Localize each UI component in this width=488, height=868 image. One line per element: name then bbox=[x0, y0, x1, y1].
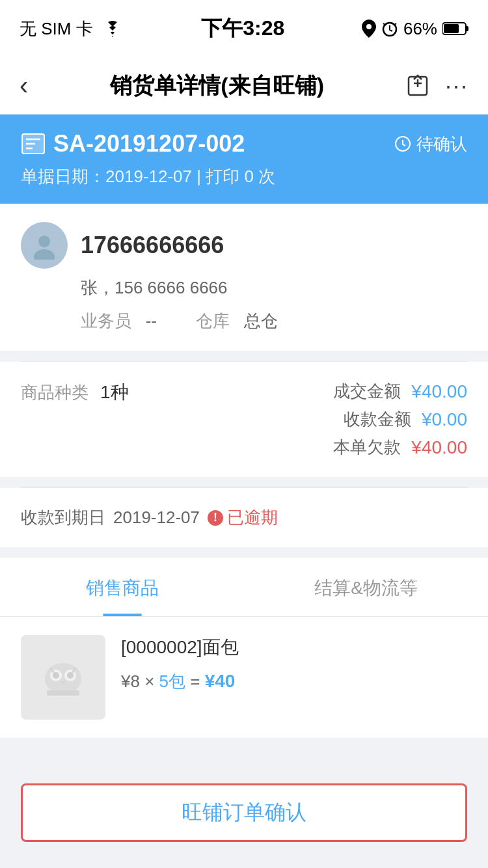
product-name: [0000002]面包 bbox=[121, 635, 467, 660]
back-button[interactable]: ‹ bbox=[20, 71, 28, 100]
battery-icon bbox=[442, 21, 468, 36]
customer-name: 张，156 6666 6666 bbox=[21, 277, 467, 299]
status-bar: 无 SIM 卡 下午3:28 66% bbox=[0, 0, 488, 57]
product-thumb-placeholder bbox=[40, 658, 86, 697]
receipt-val: ¥0.00 bbox=[422, 409, 467, 430]
debt-val: ¥40.00 bbox=[411, 437, 467, 458]
battery-percent: 66% bbox=[403, 19, 437, 39]
order-icon bbox=[21, 133, 46, 155]
svg-rect-3 bbox=[444, 24, 459, 33]
customer-meta: 业务员 -- 仓库 总仓 bbox=[21, 310, 467, 332]
sales-val: -- bbox=[146, 311, 157, 331]
status-time: 下午3:28 bbox=[201, 14, 284, 43]
sales-item: 业务员 -- bbox=[81, 310, 157, 332]
product-kind: 商品种类 1种 bbox=[21, 380, 129, 405]
customer-phone: 17666666666 bbox=[81, 232, 224, 259]
kind-label: 商品种类 bbox=[21, 381, 88, 404]
sales-label: 业务员 bbox=[81, 311, 131, 331]
location-icon bbox=[362, 20, 376, 38]
svg-point-8 bbox=[34, 249, 55, 260]
receipt-label: 收款金额 bbox=[344, 408, 411, 431]
customer-section: 17666666666 张，156 6666 6666 业务员 -- 仓库 总仓 bbox=[0, 204, 488, 351]
avatar bbox=[21, 222, 68, 269]
price-formula: ¥8 × bbox=[121, 671, 159, 691]
svg-rect-14 bbox=[47, 690, 79, 696]
confirm-button-container: 旺铺订单确认 bbox=[0, 770, 488, 868]
product-item: [0000002]面包 ¥8 × 5包 = ¥40 bbox=[0, 617, 488, 738]
order-banner: SA-20191207-002 待确认 单据日期：2019-12-07 | 打印… bbox=[0, 115, 488, 204]
sim-status: 无 SIM 卡 bbox=[20, 18, 93, 40]
amount-val: ¥40.00 bbox=[411, 381, 467, 402]
due-date: 2019-12-07 bbox=[113, 508, 200, 528]
alarm-icon bbox=[381, 20, 398, 38]
order-id: SA-20191207-002 bbox=[21, 130, 245, 157]
confirm-label: 旺铺订单确认 bbox=[182, 798, 306, 827]
total-price: ¥40 bbox=[205, 671, 236, 691]
status-right: 66% bbox=[362, 19, 468, 39]
debt-row: 本单欠款 ¥40.00 bbox=[333, 436, 467, 459]
share-icon[interactable] bbox=[406, 74, 429, 98]
equals: = bbox=[185, 671, 205, 691]
overdue-icon: ! bbox=[208, 510, 223, 526]
amount-label: 成交金额 bbox=[333, 380, 401, 403]
page-title: 销货单详情(来自旺铺) bbox=[110, 71, 324, 101]
clock-icon bbox=[394, 135, 411, 152]
tab-sales-products[interactable]: 销售商品 bbox=[0, 558, 244, 616]
quantity: 5包 bbox=[159, 671, 185, 691]
nav-bar: ‹ 销货单详情(来自旺铺) ··· bbox=[0, 57, 488, 115]
product-thumbnail bbox=[21, 635, 105, 720]
warehouse-val: 总仓 bbox=[244, 311, 278, 331]
confirm-button[interactable]: 旺铺订单确认 bbox=[21, 783, 467, 842]
amounts: 成交金额 ¥40.00 收款金额 ¥0.00 本单欠款 ¥40.00 bbox=[333, 380, 467, 459]
wifi-icon bbox=[101, 20, 124, 37]
due-label: 收款到期日 bbox=[21, 506, 105, 529]
kind-val: 1种 bbox=[100, 380, 129, 405]
receipt-row: 收款金额 ¥0.00 bbox=[344, 408, 467, 431]
status-left: 无 SIM 卡 bbox=[20, 18, 124, 40]
nav-icons: ··· bbox=[406, 72, 468, 100]
svg-point-13 bbox=[67, 672, 74, 679]
order-date: 单据日期：2019-12-07 | 打印 0 次 bbox=[21, 165, 467, 188]
overdue-text: 已逾期 bbox=[227, 506, 278, 529]
warehouse-label: 仓库 bbox=[196, 311, 230, 331]
product-price: ¥8 × 5包 = ¥40 bbox=[121, 670, 467, 693]
svg-point-12 bbox=[53, 672, 59, 679]
amount-row: 成交金额 ¥40.00 bbox=[333, 380, 467, 403]
overdue-badge: ! 已逾期 bbox=[208, 506, 278, 529]
section-divider bbox=[0, 547, 488, 558]
svg-rect-2 bbox=[466, 26, 468, 31]
tabs: 销售商品 结算&物流等 bbox=[0, 558, 488, 617]
product-details: [0000002]面包 ¥8 × 5包 = ¥40 bbox=[121, 635, 467, 693]
tab-settlement[interactable]: 结算&物流等 bbox=[244, 558, 488, 616]
due-date-section: 收款到期日 2019-12-07 ! 已逾期 bbox=[0, 488, 488, 547]
svg-point-7 bbox=[38, 236, 50, 247]
order-status: 待确认 bbox=[394, 133, 467, 156]
debt-label: 本单欠款 bbox=[333, 436, 401, 459]
order-summary: 商品种类 1种 成交金额 ¥40.00 收款金额 ¥0.00 本单欠款 ¥40.… bbox=[0, 362, 488, 477]
more-button[interactable]: ··· bbox=[445, 72, 468, 100]
warehouse-item: 仓库 总仓 bbox=[196, 310, 278, 332]
